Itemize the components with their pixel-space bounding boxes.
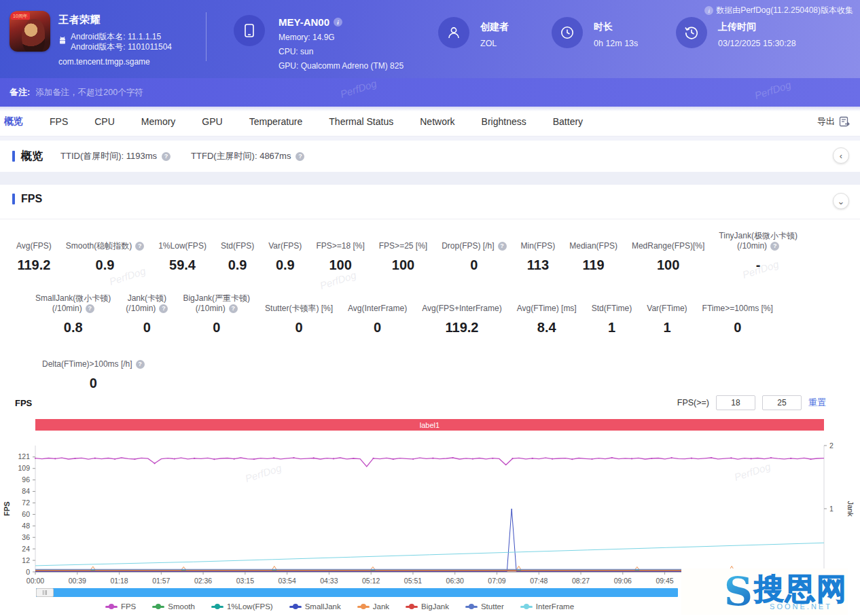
stat-Jank(卡顿): Jank(卡顿)(/10min)?0 [126,292,168,336]
section-accent-bar [12,151,15,162]
svg-text:36: 36 [22,533,30,541]
help-icon[interactable]: ? [498,242,507,251]
section-accent-bar [12,194,15,204]
phone-icon [234,15,265,46]
legend-item-1%Low(FPS)[interactable]: 1%Low(FPS) [211,602,273,611]
clock-icon [552,17,583,48]
collapse-overview-button[interactable]: ‹ [833,147,849,164]
legend-item-SmallJank[interactable]: SmallJank [289,602,341,611]
stat-FPS>=18 [%]: FPS>=18 [%]100 [316,230,364,273]
stat-Smooth(稳帧指数): Smooth(稳帧指数)?0.9 [66,230,144,273]
legend-label: FPS [121,602,136,611]
svg-text:05:12: 05:12 [362,577,380,585]
svg-text:00:00: 00:00 [26,577,44,585]
reset-button[interactable]: 重置 [808,397,826,409]
legend-item-BigJank[interactable]: BigJank [406,602,449,611]
creator-block: 创建者 ZOL [438,17,509,48]
stat-value: 0.8 [64,320,83,336]
android-version-code: Android版本号: 1101011504 [71,42,172,52]
chart-scrollbar[interactable] [36,588,678,597]
duration-block: 时长 0h 12m 13s [552,17,638,48]
overview-title: 概览 [21,149,43,164]
legend-label: BigJank [421,602,449,611]
svg-text:08:27: 08:27 [572,577,590,585]
stat-value: 100 [392,257,414,273]
duration-value: 0h 12m 13s [594,39,638,48]
export-button[interactable]: 导出 [817,115,850,128]
nav-bar: 概览FPSCPUMemoryGPUTemperatureThermal Stat… [0,107,860,137]
stat-value: 0 [90,376,97,391]
tab-Battery[interactable]: Battery [553,116,583,127]
stat-Avg(FPS+InterFrame): Avg(FPS+InterFrame)119.2 [422,292,501,336]
threshold-input-2[interactable] [762,395,802,410]
stat-value: 8.4 [537,320,556,336]
tab-Brightness[interactable]: Brightness [482,116,526,127]
stat-value: 0.9 [96,257,115,273]
help-icon[interactable]: ? [86,304,94,313]
help-icon[interactable]: ? [770,242,779,251]
svg-text:96: 96 [22,475,30,484]
svg-text:05:51: 05:51 [404,577,422,585]
stat-value: 113 [527,257,549,273]
svg-text:84: 84 [22,487,30,495]
chart-title: FPS [15,398,32,408]
scrollbar-handle[interactable] [36,588,54,597]
svg-text:60: 60 [22,510,30,518]
tab-概览[interactable]: 概览 [4,115,23,128]
upload-value: 03/12/2025 15:30:28 [718,39,796,48]
help-icon[interactable]: ? [162,152,171,161]
remark-input[interactable] [35,88,850,97]
stat-1%Low(FPS): 1%Low(FPS)59.4 [158,230,207,273]
legend-item-FPS[interactable]: FPS [105,602,136,611]
export-label: 导出 [817,115,835,128]
legend-item-InterFrame[interactable]: InterFrame [520,602,574,611]
legend-item-Stutter[interactable]: Stutter [465,602,504,611]
stat-value: 119 [582,257,604,273]
legend-marker [465,606,478,608]
spacer [0,172,860,185]
device-info-icon[interactable]: i [334,18,342,26]
fps-stats-row-1: Avg(FPS)119.2Smooth(稳帧指数)?0.91%Low(FPS)5… [16,230,798,273]
tab-Memory[interactable]: Memory [141,116,176,127]
stat-value: 0 [295,320,303,336]
tab-GPU[interactable]: GPU [202,116,222,127]
help-icon[interactable]: ? [159,304,168,313]
export-icon [839,116,850,127]
svg-text:24: 24 [22,545,30,553]
game-badge: 10周年 [11,12,30,20]
divider [0,219,860,219]
android-icon [58,36,67,46]
threshold-input-1[interactable] [716,395,755,410]
help-icon[interactable]: ? [136,360,145,369]
tab-CPU[interactable]: CPU [94,116,115,127]
svg-text:FPS: FPS [3,501,11,515]
legend-item-Jank[interactable]: Jank [357,602,389,611]
fps-line-chart[interactable]: 0122436486072849610912101200:0000:3901:1… [0,439,860,587]
perfdog-report-page: i 数据由PerfDog(11.2.250408)版本收集 10周年 王者荣耀 … [0,0,860,616]
legend-marker [289,606,302,608]
ttid-stat: TTID(首屏时间): 1193ms? [60,150,171,162]
svg-text:109: 109 [18,464,30,472]
stat-FPS>=25 [%]: FPS>=25 [%]100 [379,230,427,273]
svg-text:0: 0 [829,568,834,576]
collapse-fps-button[interactable]: ⌄ [833,193,849,209]
svg-text:12: 12 [22,556,30,564]
band-label: label1 [420,421,440,429]
help-icon[interactable]: ? [295,152,304,161]
stat-value: 0 [470,257,478,273]
threshold-label: FPS(>=) [677,398,709,407]
tab-Thermal Status[interactable]: Thermal Status [329,116,393,127]
svg-text:0: 0 [26,568,30,576]
svg-text:07:48: 07:48 [530,577,548,585]
stat-TinyJank(极微小卡顿): TinyJank(极微小卡顿)(/10min)?- [719,230,798,273]
tab-FPS[interactable]: FPS [50,116,68,127]
chart-label-band: label1 [35,419,824,431]
legend-item-Smooth[interactable]: Smooth [152,602,195,611]
help-icon[interactable]: ? [135,242,144,251]
fps-title: FPS [21,193,42,205]
tab-Temperature[interactable]: Temperature [249,116,303,127]
help-icon[interactable]: ? [229,304,238,313]
tab-Network[interactable]: Network [420,116,454,127]
svg-text:06:30: 06:30 [446,577,464,585]
chart-legend: FPSSmooth1%Low(FPS)SmallJankJankBigJankS… [0,602,679,611]
